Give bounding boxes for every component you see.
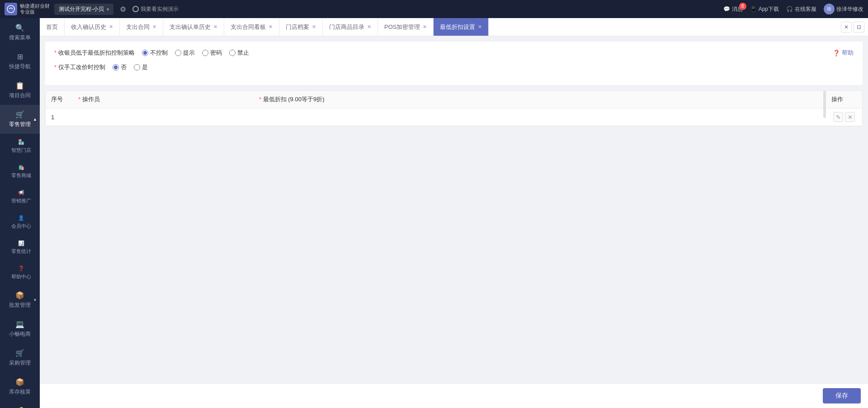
- tab-label: 门店商品目录: [329, 23, 364, 31]
- tab-expense-confirm-history[interactable]: 支出确认单历史 ✕: [163, 18, 224, 36]
- sidebar-item-wholesale[interactable]: 📦 批发管理 ▼: [0, 286, 40, 314]
- radio-input-no[interactable]: [113, 64, 119, 70]
- close-icon[interactable]: ✕: [269, 24, 273, 29]
- tab-min-discount[interactable]: 最低折扣设置 ✕: [434, 18, 489, 36]
- sidebar-item-search[interactable]: 🔍 搜索菜单: [0, 18, 40, 47]
- avatar: 徐: [824, 4, 835, 14]
- retail-icon: 🛒: [15, 110, 24, 119]
- store-icon: 🏪: [18, 139, 24, 145]
- inventory-icon: 📦: [15, 378, 24, 386]
- tab-label: POS加密管理: [384, 23, 420, 31]
- sidebar-item-ecommerce[interactable]: 💻 小畅电商: [0, 314, 40, 343]
- edit-icon[interactable]: ✎: [833, 112, 843, 122]
- purchase-icon: 🛒: [15, 349, 24, 357]
- sidebar-item-marketing[interactable]: 📢 营销推广: [0, 184, 40, 210]
- radio-no[interactable]: 否: [113, 63, 127, 71]
- grid-icon: ⊞: [17, 52, 23, 61]
- radio-hint[interactable]: 提示: [175, 49, 195, 57]
- online-service-button[interactable]: 🎧 在线客服: [786, 5, 816, 13]
- close-icon[interactable]: ✕: [213, 24, 217, 29]
- tab-store-goods[interactable]: 门店商品目录 ✕: [323, 18, 378, 36]
- tab-home[interactable]: 首页: [40, 18, 65, 36]
- message-button[interactable]: 💬 消息 8: [723, 5, 743, 13]
- demo-button[interactable]: 我要看实例演示: [132, 5, 179, 13]
- app-download-button[interactable]: 📱 App下载: [750, 5, 779, 13]
- close-icon[interactable]: ✕: [312, 24, 316, 29]
- col-header-operator: 操作员: [73, 91, 254, 108]
- logo-line2: 专业版: [20, 9, 50, 15]
- page-content: 收银员低于最低折扣控制策略 不控制 提示 密码: [40, 36, 868, 383]
- tab-label: 最低折扣设置: [440, 23, 475, 31]
- sidebar-item-label: 营销推广: [11, 197, 31, 204]
- sidebar-item-retail-mall[interactable]: 🛍️ 零售商城: [0, 159, 40, 184]
- close-icon[interactable]: ✕: [152, 24, 156, 29]
- cell-seq: 1: [46, 108, 73, 126]
- sidebar-item-quick-nav[interactable]: ⊞ 快捷导航: [0, 47, 40, 76]
- help-icon: ❓: [833, 50, 840, 56]
- sidebar-item-project[interactable]: 📋 项目合同: [0, 76, 40, 105]
- wholesale-icon: 📦: [15, 291, 24, 300]
- expand-button[interactable]: ⊡: [854, 22, 864, 33]
- sidebar-item-inventory[interactable]: 📦 库存核算: [0, 372, 40, 401]
- tab-store-file[interactable]: 门店档案 ✕: [279, 18, 323, 36]
- tab-income-history[interactable]: 收入确认历史 ✕: [65, 18, 120, 36]
- settings-icon[interactable]: ⚙: [118, 3, 128, 15]
- radio-label: 提示: [183, 49, 195, 57]
- close-icon[interactable]: ✕: [478, 24, 482, 29]
- settings-panel: 收银员低于最低折扣控制策略 不控制 提示 密码: [45, 42, 863, 85]
- circle-icon: [132, 6, 139, 12]
- sidebar-item-smart-store[interactable]: 🏪 智慧门店: [0, 134, 40, 159]
- tab-expense-contract[interactable]: 支出合同 ✕: [120, 18, 163, 36]
- radio-label: 不控制: [150, 49, 168, 57]
- discount-table: 序号 操作员 最低折扣 (9.00等于9折) 操作 1: [45, 90, 863, 127]
- close-icon[interactable]: ✕: [423, 24, 427, 29]
- radio-input-no-control[interactable]: [142, 50, 148, 56]
- delete-icon[interactable]: ✕: [845, 112, 855, 122]
- radio-password[interactable]: 密码: [202, 49, 222, 57]
- project-selector[interactable]: 测试分开完程-小贝 ▾: [54, 4, 113, 15]
- radio-no-control[interactable]: 不控制: [142, 49, 168, 57]
- ecommerce-icon: 💻: [15, 320, 24, 328]
- chevron-up-icon: ▲: [33, 117, 37, 122]
- tab-label: 支出合同: [126, 23, 150, 31]
- sidebar-item-purchase[interactable]: 🛒 采购管理: [0, 343, 40, 372]
- sidebar-item-label: 小畅电商: [9, 330, 31, 338]
- manual-control-row: 仅手工改价时控制 否 是: [54, 63, 854, 71]
- tab-label: 首页: [46, 23, 58, 31]
- action-icons: ✎ ✕: [831, 112, 857, 122]
- radio-input-hint[interactable]: [175, 50, 181, 56]
- manual-radio-group: 否 是: [113, 63, 148, 71]
- manual-control-label: 仅手工改价时控制: [54, 63, 105, 71]
- user-button[interactable]: 徐 徐泽华修改: [824, 4, 863, 14]
- close-all-button[interactable]: ✕: [841, 22, 852, 33]
- save-button[interactable]: 保存: [823, 388, 861, 403]
- radio-input-password[interactable]: [202, 50, 208, 56]
- tab-pos-password[interactable]: POS加密管理 ✕: [378, 18, 434, 36]
- close-icon[interactable]: ✕: [367, 24, 371, 29]
- svg-point-0: [7, 5, 14, 13]
- tab-bar: 首页 收入确认历史 ✕ 支出合同 ✕ 支出确认单历史 ✕ 支出合同看板 ✕ 门店…: [40, 18, 868, 36]
- tab-expense-board[interactable]: 支出合同看板 ✕: [224, 18, 279, 36]
- radio-input-yes[interactable]: [134, 64, 140, 70]
- sidebar-item-member[interactable]: 👤 会员中心: [0, 210, 40, 235]
- demo-label: 我要看实例演示: [141, 5, 179, 13]
- sidebar-item-retail-stats[interactable]: 📊 零售统计: [0, 235, 40, 260]
- radio-label: 否: [121, 63, 127, 71]
- sidebar-item-label: 零售管理: [9, 121, 31, 128]
- radio-yes[interactable]: 是: [134, 63, 148, 71]
- sidebar-item-help[interactable]: ❓ 帮助中心: [0, 260, 40, 286]
- tab-label: 门店档案: [286, 23, 309, 31]
- close-icon[interactable]: ✕: [109, 24, 113, 29]
- sidebar-item-label: 会员中心: [11, 223, 31, 230]
- sidebar-item-label: 批发管理: [9, 301, 31, 309]
- sidebar-item-retail[interactable]: 🛒 零售管理 ▲: [0, 105, 40, 134]
- sidebar-item-label: 零售商城: [11, 172, 31, 179]
- radio-forbid[interactable]: 禁止: [229, 49, 249, 57]
- help-link[interactable]: ❓ 帮助: [833, 49, 854, 57]
- radio-input-forbid[interactable]: [229, 50, 236, 56]
- sidebar-item-label: 搜索菜单: [9, 34, 31, 42]
- search-icon: 🔍: [15, 23, 24, 32]
- logo-icon: [5, 3, 17, 15]
- sidebar-item-finance[interactable]: 💰 资金管理: [0, 401, 40, 408]
- table: 序号 操作员 最低折扣 (9.00等于9折) 操作 1: [46, 91, 862, 126]
